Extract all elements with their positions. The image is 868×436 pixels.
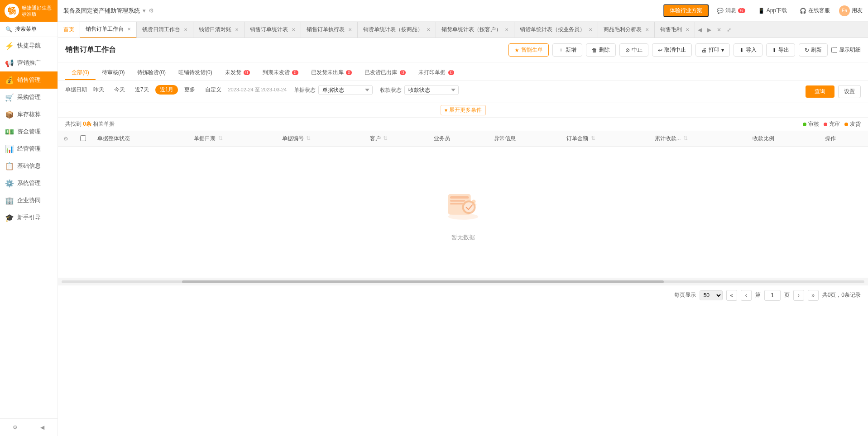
sidebar-item-finance[interactable]: 💵 资金管理 — [0, 123, 58, 140]
payment-select[interactable]: 收款状态 — [404, 85, 459, 95]
audit-dot — [803, 123, 806, 126]
tab-close-sales-summary-product[interactable]: ✕ — [427, 27, 430, 32]
tab-sales-summary-staff[interactable]: 销货单统计表（按业务员） ✕ — [514, 22, 598, 38]
subtab-shipped-out[interactable]: 已发货已出库 0 — [358, 66, 412, 80]
tab-sales-order[interactable]: 销售订单工作台 ✕ — [80, 22, 137, 38]
sidebar-item-quick-nav[interactable]: ⚡ 快捷导航 — [0, 37, 58, 54]
message-icon: 💬 — [717, 8, 724, 14]
sidebar-item-operations[interactable]: 📊 经营管理 — [0, 140, 58, 157]
tab-close-cash-daily[interactable]: ✕ — [184, 27, 187, 32]
col-number[interactable]: 单据编号 ⇅ — [277, 131, 364, 147]
sidebar-item-search[interactable]: 🔍 搜索菜单 — [0, 22, 58, 37]
query-btn[interactable]: 查询 — [806, 85, 834, 98]
import-btn[interactable]: ⬇ 导入 — [734, 43, 762, 57]
date-btn-1month[interactable]: 近1月 — [155, 85, 178, 95]
col-salesperson[interactable]: 业务员 — [428, 131, 489, 147]
tab-close-sales-stats[interactable]: ✕ — [292, 27, 295, 32]
sidebar-item-marketing[interactable]: 📢 营销推广 — [0, 54, 58, 71]
tab-close-sales-summary-staff[interactable]: ✕ — [589, 27, 592, 32]
tab-sales-summary-customer[interactable]: 销货单统计表（按客户） ✕ — [436, 22, 514, 38]
tab-gross-margin[interactable]: 商品毛利分析表 ✕ — [598, 22, 655, 38]
tab-nav-prev[interactable]: ◀ — [695, 27, 705, 33]
page-last-btn[interactable]: » — [808, 290, 819, 301]
topbar-title: 装备及固定资产辅助管理系统 ▾ ⚙ — [63, 7, 659, 15]
tab-close-all[interactable]: ✕ — [714, 27, 724, 33]
col-customer[interactable]: 客户 ⇅ — [364, 131, 428, 147]
date-btn-today[interactable]: 今天 — [110, 85, 129, 95]
page-size-select[interactable]: 50 10 20 100 — [700, 290, 723, 300]
col-date[interactable]: 单据日期 ⇅ — [188, 131, 276, 147]
refresh-btn[interactable]: ↻ 刷新 — [799, 43, 828, 57]
col-received[interactable]: 累计收款... ⇅ — [649, 131, 748, 147]
guide-icon: 🎓 — [5, 213, 14, 222]
scroll-thumb[interactable] — [182, 280, 664, 283]
audit-btn[interactable]: 审核 — [803, 120, 819, 128]
message-btn[interactable]: 💬 消息 6 — [713, 5, 749, 16]
add-btn[interactable]: ＋ 新增 — [552, 43, 582, 57]
sidebar-item-purchase[interactable]: 🛒 采购管理 — [0, 89, 58, 106]
app-download-btn[interactable]: 📱 App下载 — [754, 5, 791, 16]
logo-icon: 畅 — [5, 4, 19, 18]
date-btn-more[interactable]: 更多 — [181, 85, 199, 95]
tab-sales-margin[interactable]: 销售毛利 ✕ — [655, 22, 695, 38]
subtab-not-printed[interactable]: 未打印单据 0 — [412, 66, 460, 80]
tab-cash-daily[interactable]: 钱货日清工作台 ✕ — [137, 22, 193, 38]
tab-sales-stats[interactable]: 销售订单统计表 ✕ — [245, 22, 301, 38]
user-menu[interactable]: Ea 用友 — [839, 5, 863, 16]
col-amount[interactable]: 订单金额 ⇅ — [561, 131, 649, 147]
tab-close-sales-exec[interactable]: ✕ — [348, 27, 352, 32]
sidebar-item-guide[interactable]: 🎓 新手引导 — [0, 209, 58, 226]
subtab-not-shipped[interactable]: 未发货 0 — [219, 66, 256, 80]
subtabs: 全部(0) 待审核(0) 待拣验货(0) 旺铺待发货(0) 未发货 0 到期未发… — [58, 62, 868, 81]
expand-more-btn[interactable]: ▾ 展开更多条件 — [441, 105, 486, 115]
status-select[interactable]: 单据状态 — [318, 85, 373, 95]
page-number-input[interactable] — [764, 290, 781, 301]
tab-close-gross-margin[interactable]: ✕ — [645, 27, 649, 32]
sidebar-item-sales[interactable]: 💰 销售管理 — [0, 71, 58, 89]
topbar-settings-icon[interactable]: ⚙ — [149, 7, 154, 14]
tab-sales-exec[interactable]: 销售订单执行表 ✕ — [301, 22, 358, 38]
subtab-all[interactable]: 全部(0) — [65, 66, 96, 80]
export-btn[interactable]: ⬆ 导出 — [766, 43, 795, 57]
delete-btn[interactable]: 🗑 删除 — [586, 43, 616, 57]
sidebar-item-inventory[interactable]: 📦 库存核算 — [0, 106, 58, 123]
ship-dot — [844, 123, 848, 126]
show-detail-checkbox[interactable] — [831, 47, 837, 53]
subtab-pending-review[interactable]: 待审核(0) — [96, 66, 131, 80]
stop-btn[interactable]: ⊘ 中止 — [619, 43, 648, 57]
smart-create-btn[interactable]: ★ 智能生单 — [508, 43, 549, 57]
subtab-expired-not-shipped[interactable]: 到期未发货 0 — [256, 66, 305, 80]
tab-close-cash-reconcile[interactable]: ✕ — [235, 27, 239, 32]
tab-close-sales-margin[interactable]: ✕ — [686, 27, 689, 32]
collapse-btn[interactable]: ◀ — [31, 422, 54, 432]
select-all-checkbox[interactable] — [80, 135, 86, 141]
tab-close-sales-summary-customer[interactable]: ✕ — [505, 27, 508, 32]
revoke-btn[interactable]: 充审 — [824, 120, 840, 128]
date-btn-yesterday[interactable]: 昨天 — [90, 85, 108, 95]
subtab-shipped-not-out[interactable]: 已发货未出库 0 — [305, 66, 359, 80]
date-btn-7days[interactable]: 近7天 — [131, 85, 153, 95]
page-first-btn[interactable]: « — [726, 290, 737, 301]
tab-sales-summary-product[interactable]: 销货单统计表（按商品） ✕ — [358, 22, 436, 38]
cancel-stop-btn[interactable]: ↩ 取消中止 — [652, 43, 692, 57]
page-prev-btn[interactable]: ‹ — [741, 290, 752, 301]
tab-close-sales-order[interactable]: ✕ — [127, 27, 131, 32]
tab-nav-next[interactable]: ▶ — [705, 27, 714, 33]
ship-btn[interactable]: 发货 — [844, 120, 861, 128]
industry-solution-btn[interactable]: 体验行业方案 — [663, 4, 709, 17]
tab-home[interactable]: 首页 — [58, 22, 80, 38]
subtab-pending-inspect[interactable]: 待拣验货(0) — [131, 66, 172, 80]
col-settings-icon[interactable]: ⚙ — [63, 136, 68, 142]
page-next-btn[interactable]: › — [793, 290, 804, 301]
tab-fullscreen[interactable]: ⤢ — [724, 27, 734, 33]
sidebar-item-base-info[interactable]: 📋 基础信息 — [0, 157, 58, 175]
sidebar-item-sys[interactable]: ⚙️ 系统管理 — [0, 175, 58, 192]
sidebar-item-enterprise[interactable]: 🏢 企业协同 — [0, 192, 58, 209]
print-btn[interactable]: 🖨 打印 ▾ — [695, 43, 730, 57]
date-btn-custom[interactable]: 自定义 — [201, 85, 225, 95]
tab-cash-reconcile[interactable]: 钱货日清对账 ✕ — [193, 22, 245, 38]
online-service-btn[interactable]: 🎧 在线客服 — [796, 5, 834, 16]
subtab-wang-pending[interactable]: 旺铺待发货(0) — [172, 66, 219, 80]
settings-bottom-btn[interactable]: ⚙ — [4, 422, 27, 432]
set-btn[interactable]: 设置 — [838, 85, 861, 98]
